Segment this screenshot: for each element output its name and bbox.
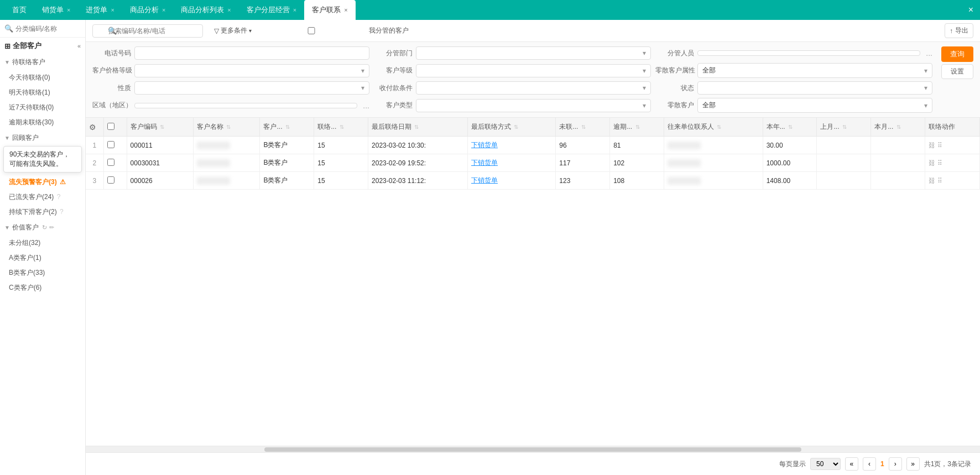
row-checkbox-2[interactable] [103,172,127,190]
th-this-month[interactable]: 本月... ⇅ [871,118,925,137]
row-last-way-2[interactable]: 下销货单 [468,172,556,190]
sort-icon-last-date: ⇅ [414,124,419,130]
nav-tab-customer-contact[interactable]: 客户联系 × [304,0,355,20]
info-icon-declining: ? [60,208,64,216]
sidebar-group-review[interactable]: ▼ 回顾客户 [0,130,85,146]
sidebar-item-overdue[interactable]: 逾期未联络(30) [0,115,85,130]
my-customers-checkbox[interactable] [256,27,367,34]
row-checkbox-0[interactable] [103,137,127,154]
adv-filter-row2: 客户价格等级 ▾ 客户等级 ▾ [92,63,932,78]
th-contact[interactable]: 联络... ⇅ [314,118,368,137]
row-last-way-1[interactable]: 下销货单 [468,154,556,172]
sidebar-item-a-class[interactable]: A类客户(1) [0,250,85,265]
horizontal-scrollbar[interactable] [86,446,980,452]
last-page-btn[interactable]: » [906,457,920,471]
customer-level-arrow: ▾ [643,67,646,75]
action-icon-more-1[interactable]: ⠿ [937,159,942,167]
zero-customer-select[interactable]: 全部 ▾ [697,98,932,113]
th-type[interactable]: 客户... ⇅ [260,118,314,137]
th-last-way[interactable]: 最后联络方式 ⇅ [468,118,556,137]
th-no-contact[interactable]: 未联... ⇅ [556,118,610,137]
export-button[interactable]: ↑ 导出 [945,23,973,38]
more-conditions-btn[interactable]: ▽ 更多条件 ▾ [214,26,252,35]
sidebar-item-churn-warning[interactable]: 流失预警客户(3) ⚠ [0,175,85,190]
th-code[interactable]: 客户编码 ⇅ [127,118,193,137]
th-settings[interactable]: ⚙ [86,118,103,137]
row-last-way-0[interactable]: 下销货单 [468,137,556,154]
scrollbar-thumb[interactable] [264,447,801,452]
select-all-checkbox[interactable] [107,123,114,130]
query-button[interactable]: 查询 [941,46,973,62]
nav-tab-customer-layer[interactable]: 客户分层经营 × [239,0,304,20]
nav-tab-sales-close[interactable]: × [67,7,70,13]
staff-dots[interactable]: ... [926,49,932,58]
nav-tab-analysis[interactable]: 商品分析 × [122,0,173,20]
settings-button[interactable]: 设置 [941,64,973,79]
sidebar-item-7days[interactable]: 近7天待联络(0) [0,100,85,115]
sidebar-all-customers[interactable]: ⊞ 全部客户 « [0,38,85,54]
action-icon-more-2[interactable]: ⠿ [937,177,942,185]
th-last-month[interactable]: 上月... ⇅ [817,118,871,137]
prev-page-btn[interactable]: ‹ [863,457,876,471]
sidebar-item-today[interactable]: 今天待联络(0) [0,70,85,85]
nav-tab-analysis-list-close[interactable]: × [227,7,231,13]
th-this-year[interactable]: 本年... ⇅ [763,118,817,137]
sort-icon-last-month: ⇅ [842,124,847,130]
sidebar-item-ungroup[interactable]: 未分组(32) [0,236,85,250]
row-checkbox-1[interactable] [103,154,127,172]
sidebar-item-declining[interactable]: 持续下滑客户(2) ? [0,205,85,220]
sidebar-search-input[interactable] [15,25,81,33]
table-row: 2 00030031 B类客户 15 2023-02-09 19:52: 下销货… [86,154,980,172]
nature-select[interactable]: ▾ [134,81,369,95]
payment-label: 收付款条件 [374,83,413,93]
sidebar-item-churned[interactable]: 已流失客户(24) ? [0,190,85,205]
page-size-select[interactable]: 50 100 200 [810,458,841,470]
next-page-btn[interactable]: › [889,457,902,471]
row-action-1[interactable]: ⛓ ⠿ [925,154,980,172]
status-select[interactable]: ▾ [697,81,932,95]
nav-tab-customer-layer-close[interactable]: × [293,7,296,13]
nav-tab-analysis-close[interactable]: × [162,7,165,13]
gear-icon[interactable]: ⚙ [89,123,96,132]
row-person-0 [664,137,763,154]
th-contact-person[interactable]: 往来单位联系人 ⇅ [664,118,763,137]
th-overdue[interactable]: 逾期... ⇅ [610,118,664,137]
th-checkbox[interactable] [103,118,127,137]
sidebar-group-value[interactable]: ▼ 价值客户 ↻ ✏ [0,220,85,236]
staff-select[interactable] [697,50,920,56]
my-customers-checkbox-label[interactable]: 我分管的客户 [256,26,409,35]
row-action-2[interactable]: ⛓ ⠿ [925,172,980,190]
action-icon-link-0[interactable]: ⛓ [929,142,935,149]
sidebar-item-tomorrow[interactable]: 明天待联络(1) [0,85,85,100]
nav-tab-sales[interactable]: 销货单 × [34,0,78,20]
th-last-date[interactable]: 最后联络日期 ⇅ [368,118,468,137]
phone-input[interactable] [134,46,369,60]
customer-level-select[interactable]: ▾ [416,64,651,77]
dept-select[interactable]: ▾ [416,46,651,60]
action-icon-more-0[interactable]: ⠿ [937,142,942,149]
refresh-icon[interactable]: ↻ [42,224,47,231]
customer-type-select[interactable]: ▾ [416,99,651,112]
action-icon-link-2[interactable]: ⛓ [929,177,935,185]
edit-icon[interactable]: ✏ [49,224,54,231]
sidebar-group-pending[interactable]: ▼ 待联络客户 [0,54,85,70]
first-page-btn[interactable]: « [845,457,858,471]
close-all-tabs[interactable]: × [968,5,973,15]
area-select[interactable] [134,103,357,108]
nav-tab-home[interactable]: 首页 [4,0,34,20]
sidebar-item-c-class[interactable]: C类客户(6) [0,280,85,295]
area-dots[interactable]: ... [363,101,369,110]
row-action-0[interactable]: ⛓ ⠿ [925,137,980,154]
adv-filter-row4: 区域（地区） ... 客户类型 ▾ [92,98,932,113]
nav-tab-customer-contact-close[interactable]: × [344,7,347,13]
action-icon-link-1[interactable]: ⛓ [929,159,935,167]
nav-tab-analysis-list[interactable]: 商品分析列表 × [173,0,238,20]
price-level-select[interactable]: ▾ [134,64,369,77]
nav-tab-purchase-close[interactable]: × [111,7,114,13]
payment-select[interactable]: ▾ [416,81,651,95]
sidebar-item-b-class[interactable]: B类客户(33) [0,265,85,280]
th-name[interactable]: 客户名称 ⇅ [194,118,260,137]
zero-attr-select[interactable]: 全部 ▾ [697,63,932,78]
filter-bar: 🔍 ▽ 更多条件 ▾ 我分管的客户 ↑ 导出 [86,20,980,42]
nav-tab-purchase[interactable]: 进货单 × [78,0,122,20]
